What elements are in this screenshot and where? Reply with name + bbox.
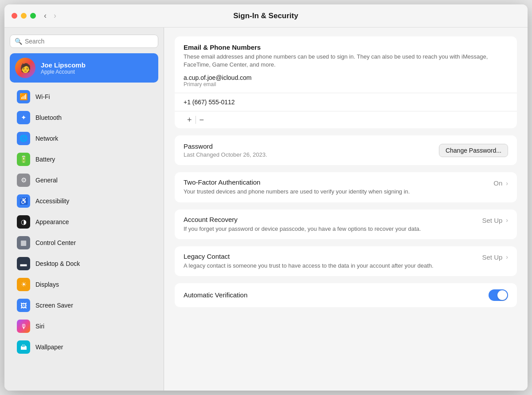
two-factor-title: Two-Factor Authentication [184, 178, 486, 186]
sidebar-item-appearance[interactable]: ◑ Appearance [8, 212, 160, 232]
content-area: Email & Phone Numbers These email addres… [164, 28, 528, 391]
email-section-desc: These email addresses and phone numbers … [184, 53, 508, 69]
account-recovery-section: Account Recovery If you forget your pass… [175, 209, 517, 239]
sidebar-items-container: 📶 Wi-Fi ✦ Bluetooth 🌐 Network 🔋 Battery … [4, 86, 164, 358]
displays-icon: ☀ [17, 278, 30, 291]
account-recovery-desc: If you forget your password or device pa… [184, 225, 475, 233]
two-factor-row[interactable]: Two-Factor Authentication Your trusted d… [175, 172, 517, 202]
sidebar-item-battery[interactable]: 🔋 Battery [8, 149, 160, 170]
account-recovery-right: Set Up › [482, 216, 508, 224]
appearance-icon: ◑ [17, 215, 30, 229]
sidebar-label-general: General [35, 177, 58, 184]
auto-verification-row: Automatic Verification [175, 283, 517, 307]
sidebar-item-bluetooth[interactable]: ✦ Bluetooth [8, 107, 160, 128]
email-section-title: Email & Phone Numbers [184, 43, 508, 51]
email-entry: a.cup.of.joe@icloud.com Primary email [175, 69, 517, 93]
sidebar-item-screen-saver[interactable]: 🖼 Screen Saver [8, 295, 160, 316]
chevron-icon: › [506, 253, 508, 261]
password-row: Password Last Changed October 26, 2023. … [175, 135, 517, 165]
add-remove-row: + − [175, 111, 517, 128]
chevron-icon: › [506, 180, 508, 187]
wallpaper-icon: 🏔 [17, 340, 30, 354]
avatar: 🧑 [15, 58, 35, 78]
sidebar-label-wallpaper: Wallpaper [35, 344, 63, 351]
legacy-contact-desc: A legacy contact is someone you trust to… [184, 262, 475, 270]
account-recovery-left: Account Recovery If you forget your pass… [184, 216, 475, 233]
legacy-contact-left: Legacy Contact A legacy contact is someo… [184, 253, 475, 270]
password-section: Password Last Changed October 26, 2023. … [175, 135, 517, 165]
two-factor-left: Two-Factor Authentication Your trusted d… [184, 178, 486, 196]
desktop-dock-icon: ▬ [17, 257, 30, 270]
remove-button[interactable]: − [196, 115, 208, 125]
email-value: a.cup.of.joe@icloud.com [184, 74, 508, 81]
sidebar-label-control-center: Control Center [35, 239, 76, 246]
titlebar: ‹ › Sign-In & Security [4, 4, 528, 28]
screen-saver-icon: 🖼 [17, 299, 30, 312]
sidebar: 🔍 🧑 Joe Lipscomb Apple Account 📶 Wi-Fi ✦… [4, 28, 164, 391]
add-button[interactable]: + [184, 115, 196, 125]
user-profile[interactable]: 🧑 Joe Lipscomb Apple Account [10, 53, 158, 83]
account-recovery-row[interactable]: Account Recovery If you forget your pass… [175, 209, 517, 239]
sidebar-label-displays: Displays [35, 281, 59, 288]
email-label: Primary email [184, 81, 508, 87]
network-icon: 🌐 [17, 132, 30, 145]
search-bar[interactable]: 🔍 [10, 35, 158, 48]
password-subtitle: Last Changed October 26, 2023. [184, 151, 267, 158]
sidebar-label-siri: Siri [35, 323, 44, 330]
account-recovery-status: Set Up [482, 217, 502, 224]
legacy-contact-row[interactable]: Legacy Contact A legacy contact is someo… [175, 246, 517, 276]
sidebar-item-general[interactable]: ⚙ General [8, 170, 160, 190]
sidebar-item-control-center[interactable]: ▦ Control Center [8, 233, 160, 253]
legacy-contact-section: Legacy Contact A legacy contact is someo… [175, 246, 517, 276]
sidebar-item-siri[interactable]: 🎙 Siri [8, 316, 160, 336]
account-recovery-title: Account Recovery [184, 216, 475, 223]
sidebar-label-network: Network [35, 135, 58, 142]
legacy-contact-status: Set Up [482, 253, 502, 261]
sidebar-item-network[interactable]: 🌐 Network [8, 128, 160, 149]
sidebar-item-desktop-dock[interactable]: ▬ Desktop & Dock [8, 253, 160, 274]
toggle-knob [497, 290, 507, 300]
chevron-icon: › [506, 217, 508, 224]
sidebar-label-desktop-dock: Desktop & Dock [35, 260, 80, 267]
sidebar-item-wifi[interactable]: 📶 Wi-Fi [8, 87, 160, 107]
legacy-contact-right: Set Up › [482, 253, 508, 261]
two-factor-status: On [493, 179, 502, 187]
email-phone-section: Email & Phone Numbers These email addres… [175, 36, 517, 128]
password-info: Password Last Changed October 26, 2023. [184, 142, 267, 158]
sidebar-label-screen-saver: Screen Saver [35, 302, 73, 309]
main-layout: 🔍 🧑 Joe Lipscomb Apple Account 📶 Wi-Fi ✦… [4, 28, 528, 391]
search-input[interactable] [25, 38, 153, 45]
sidebar-item-wallpaper[interactable]: 🏔 Wallpaper [8, 337, 160, 357]
two-factor-right: On › [493, 178, 508, 187]
phone-entry: +1 (667) 555-0112 [175, 93, 517, 111]
auto-verification-toggle[interactable] [489, 289, 508, 301]
user-name: Joe Lipscomb [41, 61, 153, 69]
sidebar-item-displays[interactable]: ☀ Displays [8, 274, 160, 295]
auto-verification-section: Automatic Verification [175, 283, 517, 307]
general-icon: ⚙ [17, 174, 30, 187]
phone-value: +1 (667) 555-0112 [184, 99, 508, 106]
battery-icon: 🔋 [17, 153, 30, 166]
wifi-icon: 📶 [17, 90, 30, 103]
two-factor-desc: Your trusted devices and phone numbers a… [184, 188, 486, 196]
accessibility-icon: ♿ [17, 194, 30, 208]
sidebar-item-accessibility[interactable]: ♿ Accessibility [8, 191, 160, 211]
legacy-contact-title: Legacy Contact [184, 253, 475, 260]
change-password-button[interactable]: Change Password... [439, 144, 508, 157]
sidebar-label-wifi: Wi-Fi [35, 93, 50, 100]
user-info: Joe Lipscomb Apple Account [41, 61, 153, 75]
sidebar-label-accessibility: Accessibility [35, 198, 69, 205]
sidebar-label-battery: Battery [35, 156, 55, 163]
page-title: Sign-In & Security [11, 12, 520, 20]
email-section-header: Email & Phone Numbers These email addres… [175, 36, 517, 69]
auto-verification-title: Automatic Verification [184, 291, 247, 299]
control-center-icon: ▦ [17, 236, 30, 249]
search-icon: 🔍 [15, 38, 22, 45]
two-factor-section: Two-Factor Authentication Your trusted d… [175, 172, 517, 202]
siri-icon: 🎙 [17, 320, 30, 333]
password-title: Password [184, 142, 267, 150]
sidebar-label-bluetooth: Bluetooth [35, 114, 62, 121]
user-subtitle: Apple Account [41, 69, 153, 75]
bluetooth-icon: ✦ [17, 111, 30, 124]
sidebar-label-appearance: Appearance [35, 218, 69, 225]
